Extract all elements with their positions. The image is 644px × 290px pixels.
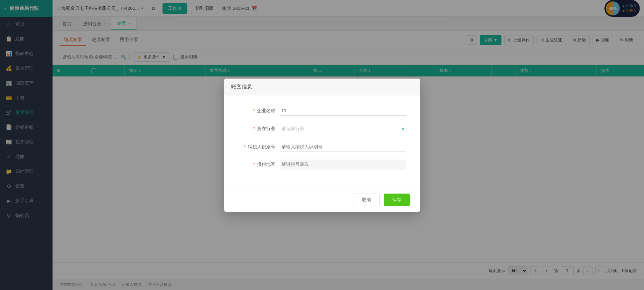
industry-label: * 所在行业 xyxy=(238,126,280,132)
industry-select[interactable]: 请选择行业 ∨ xyxy=(280,123,406,134)
tax-region-label: * 报税地区 xyxy=(238,161,280,168)
industry-placeholder: 请选择行业 xyxy=(282,126,401,132)
required-star: * xyxy=(253,108,255,113)
required-star-4: * xyxy=(253,162,255,167)
company-name-label: * 企业名称 xyxy=(238,108,280,114)
tax-region-input[interactable] xyxy=(280,160,406,169)
tax-id-row: * 纳税人识别号 xyxy=(238,142,406,152)
tax-id-input[interactable] xyxy=(280,142,406,152)
tax-id-label: * 纳税人识别号 xyxy=(238,144,280,150)
modal-title: 账套信息 xyxy=(231,83,252,89)
industry-row: * 所在行业 请选择行业 ∨ xyxy=(238,123,406,134)
company-name-input[interactable] xyxy=(280,106,406,116)
required-star-3: * xyxy=(244,144,246,149)
modal-footer: 取消 保存 xyxy=(224,188,420,212)
modal-body: * 企业名称 * 所在行业 请选择行业 ∨ * xyxy=(224,95,420,188)
save-button[interactable]: 保存 xyxy=(384,194,410,206)
account-info-modal: 账套信息 * 企业名称 * 所在行业 请选择行业 ∨ xyxy=(224,79,420,212)
tax-region-row: * 报税地区 xyxy=(238,160,406,169)
cancel-button[interactable]: 取消 xyxy=(353,194,380,206)
industry-dropdown-icon: ∨ xyxy=(401,126,405,131)
modal-header: 账套信息 xyxy=(224,79,420,95)
company-name-row: * 企业名称 xyxy=(238,106,406,116)
required-star-2: * xyxy=(253,126,255,131)
modal-overlay: 账套信息 * 企业名称 * 所在行业 请选择行业 ∨ xyxy=(0,0,644,290)
